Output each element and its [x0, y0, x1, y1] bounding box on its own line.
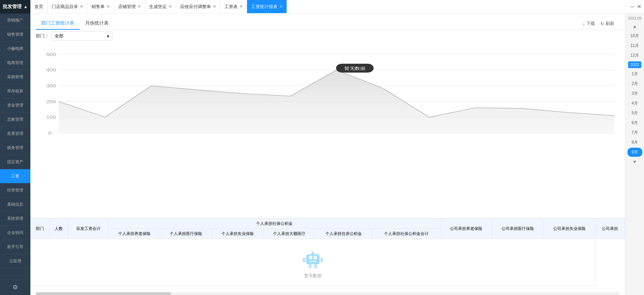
tab-sales[interactable]: 销售单 ✕: [87, 0, 114, 13]
refresh-button[interactable]: ↻ 刷新: [600, 21, 614, 27]
window-close-icon[interactable]: ✕: [637, 3, 641, 10]
download-label: 下载: [586, 21, 595, 27]
scroll-track[interactable]: [36, 292, 620, 295]
sidebar-item-purchase[interactable]: 采购管理: [0, 70, 30, 84]
empty-state-text: 暂无数据: [304, 273, 322, 279]
tab-voucher[interactable]: 生成凭证 ✕: [145, 0, 176, 13]
timeline-month-4[interactable]: 4月: [627, 99, 642, 108]
area-chart: 0 100 200 300 400 500: [36, 45, 620, 139]
sidebar-item-inventory[interactable]: 库存核算: [0, 84, 30, 98]
timeline-month-5[interactable]: 5月: [627, 109, 642, 118]
timeline-month-3[interactable]: 3月: [627, 89, 642, 98]
scroll-thumb[interactable]: [36, 292, 171, 295]
download-icon: ↓: [583, 21, 585, 26]
sidebar-item-ledger[interactable]: 总账管理: [0, 113, 30, 127]
sidebar-header: 批发管理 ▲: [0, 0, 30, 13]
svg-text:200: 200: [46, 99, 56, 104]
chart-tooltip: 暂无数据: [344, 66, 366, 71]
sub-tabs: 部门工资统计表 月份统计表 ↓ 下载 ↻ 刷新: [30, 13, 625, 30]
timeline-panel: 2022.09 ▲ 10月 11月 12月 2022 1月 2月 3月 4月: [625, 13, 644, 295]
content-area: 部门工资统计表 月份统计表 ↓ 下载 ↻ 刷新: [30, 13, 644, 295]
filter-bar: 部门： 全部 ▾: [30, 30, 625, 45]
svg-rect-17: [312, 252, 314, 255]
tab-adjustment-label: 应收应付调整单: [180, 4, 211, 10]
sidebar-item-collab[interactable]: 企业协同: [0, 226, 30, 240]
subtab-dept[interactable]: 部门工资统计表: [36, 18, 80, 30]
timeline-month-8[interactable]: 8月: [627, 138, 642, 147]
sidebar-item-guide[interactable]: 新手引导: [0, 240, 30, 254]
tab-store-catalog[interactable]: 门店商品目录 ✕: [48, 0, 87, 13]
tab-bar: 首页 门店商品目录 ✕ 销售单 ✕ 店铺管理 ✕ 生成凭证 ✕ 应收应付调整单 …: [30, 0, 644, 13]
dept-filter-value: 全部: [55, 33, 63, 39]
col-company-medical: 公司承担医疗保险: [492, 219, 544, 239]
sidebar-item-funds[interactable]: 资金管理: [0, 98, 30, 113]
sidebar-item-system[interactable]: 系统管理: [0, 212, 30, 226]
tab-payroll-report[interactable]: 工资统计报表 ✕: [247, 0, 287, 13]
timeline-month-2[interactable]: 2月: [627, 79, 642, 88]
table-area: 部门 人数 应发工资合计 个人承担社保公积金 公司承担养老保险 公司承担医疗保险…: [30, 218, 625, 292]
tab-store-mgmt-close[interactable]: ✕: [138, 4, 141, 9]
tab-adjustment-close[interactable]: ✕: [213, 4, 216, 9]
tab-sales-close[interactable]: ✕: [107, 4, 110, 9]
refresh-icon: ↻: [600, 21, 604, 26]
timeline-month-7[interactable]: 7月: [627, 128, 642, 137]
timeline-month-6[interactable]: 6月: [627, 118, 642, 127]
sidebar-item-xiaochang[interactable]: 小畅电商: [0, 42, 30, 56]
sidebar-item-basic[interactable]: 基础信息: [0, 198, 30, 212]
tab-adjustment[interactable]: 应收应付调整单 ✕: [176, 0, 220, 13]
sidebar-item-payroll[interactable]: 工资: [0, 169, 30, 183]
dept-filter-select[interactable]: 全部 ▾: [52, 31, 112, 41]
svg-rect-16: [310, 261, 316, 262]
svg-text:500: 500: [46, 52, 56, 57]
svg-rect-18: [303, 258, 305, 263]
timeline-month-1[interactable]: 1月: [627, 69, 642, 79]
download-button[interactable]: ↓ 下载: [583, 21, 595, 27]
svg-text:100: 100: [46, 115, 56, 119]
svg-text:400: 400: [46, 67, 56, 72]
tab-store-catalog-close[interactable]: ✕: [80, 4, 83, 9]
sidebar-collapse-icon[interactable]: ▲: [24, 4, 28, 9]
svg-rect-13: [306, 254, 320, 264]
subtab-month[interactable]: 月份统计表: [80, 18, 114, 30]
col-group-personal: 个人承担社保公积金: [109, 219, 440, 229]
sidebar-item-invoice[interactable]: 发票管理: [0, 127, 30, 141]
gear-icon: ⚙: [12, 284, 18, 291]
col-personal-unemployment: 个人承担失业保险: [212, 229, 264, 239]
timeline-up-nav[interactable]: ▲: [630, 22, 640, 31]
tab-home[interactable]: 首页: [30, 0, 48, 13]
tab-voucher-close[interactable]: ✕: [169, 4, 172, 9]
sidebar-item-cloud[interactable]: 云应用: [0, 254, 30, 268]
sidebar-item-sales[interactable]: 销售管理: [0, 28, 30, 42]
col-personal-medical: 个人承担医疗保险: [160, 229, 212, 239]
col-company-other: 公司承担: [595, 219, 625, 239]
timeline-month-10[interactable]: 10月: [627, 31, 642, 40]
settings-button[interactable]: ⚙: [0, 279, 30, 295]
subtab-dept-label: 部门工资统计表: [41, 20, 74, 26]
sidebar-item-ecommerce[interactable]: 电商管理: [0, 56, 30, 70]
sidebar-item-operations[interactable]: 经营管理: [0, 183, 30, 198]
timeline-month-12[interactable]: 12月: [627, 51, 642, 60]
timeline-year-2022: 2022: [628, 61, 641, 68]
col-personal-major-medical: 个人承担大额医疗: [264, 229, 315, 239]
tab-store-catalog-label: 门店商品目录: [52, 4, 78, 10]
tab-payroll-report-close[interactable]: ✕: [279, 4, 283, 9]
sidebar-item-marketing[interactable]: 营销推广: [0, 13, 30, 28]
tab-payroll[interactable]: 工资表 ✕: [220, 0, 247, 13]
svg-rect-19: [320, 258, 323, 263]
tab-store-mgmt[interactable]: 店铺管理 ✕: [114, 0, 145, 13]
chevron-down-icon: ▾: [107, 34, 109, 39]
sidebar-item-assets[interactable]: 固定资产: [0, 155, 30, 169]
timeline-month-11[interactable]: 11月: [627, 41, 642, 50]
window-minimize-icon[interactable]: ─: [630, 4, 634, 10]
data-table: 部门 人数 应发工资合计 个人承担社保公积金 公司承担养老保险 公司承担医疗保险…: [30, 218, 625, 286]
timeline-month-9[interactable]: 9月: [627, 148, 642, 157]
tab-voucher-label: 生成凭证: [149, 4, 167, 10]
timeline-down-nav[interactable]: ▼: [630, 157, 640, 167]
sidebar-item-tax[interactable]: 税务管理: [0, 141, 30, 155]
timeline-current-label: 2022.09: [627, 15, 642, 22]
tab-sales-label: 销售单: [91, 4, 105, 10]
chart-container: 0 100 200 300 400 500: [30, 45, 625, 218]
tab-payroll-close[interactable]: ✕: [240, 4, 243, 9]
col-company-unemployment: 公司承担失业保险: [544, 219, 595, 239]
sidebar: 批发管理 ▲ 营销推广 销售管理 小畅电商 电商管理 采购管理 库存核算 资金管…: [0, 0, 30, 295]
